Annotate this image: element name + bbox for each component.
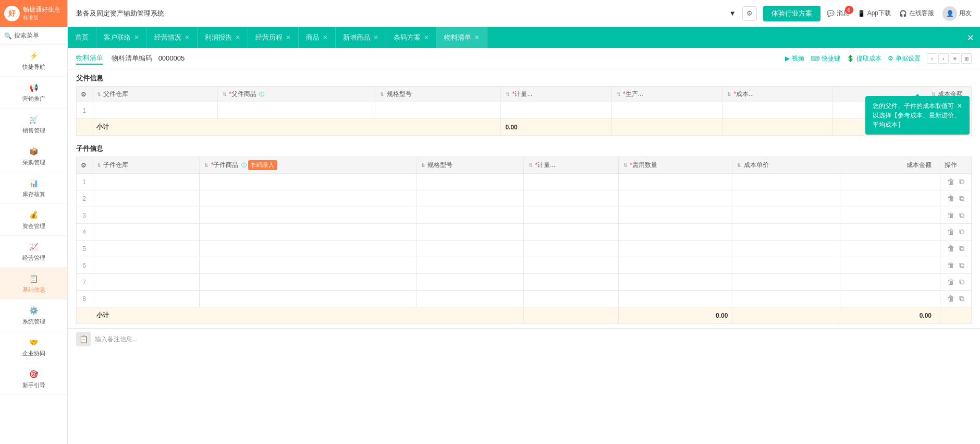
delete-icon[interactable]: 🗑 — [947, 227, 954, 236]
tab-goods-close[interactable]: ✕ — [323, 34, 328, 41]
child-cell-warehouse[interactable] — [92, 190, 200, 207]
sort-icon[interactable]: ⇅ — [204, 163, 209, 168]
note-icon[interactable]: 📋 — [76, 332, 91, 346]
parent-cell-goods[interactable] — [217, 102, 375, 119]
child-cell-warehouse[interactable] — [92, 241, 200, 257]
child-cell-needed[interactable] — [618, 174, 732, 190]
child-cell-goods[interactable] — [200, 257, 416, 274]
sort-icon[interactable]: ⇅ — [737, 163, 741, 168]
sidebar-item-guide[interactable]: 🎯 新手引导 — [0, 363, 67, 395]
nav-menu[interactable]: ≡ — [950, 53, 960, 64]
child-cell-warehouse[interactable] — [92, 274, 200, 291]
search-menu[interactable]: 🔍 搜索菜单 — [0, 27, 67, 45]
child-cell-unit-cost[interactable] — [732, 174, 840, 190]
child-cell-needed[interactable] — [618, 224, 732, 241]
copy-icon[interactable]: ⧉ — [959, 194, 964, 202]
sub-tab-bom-list[interactable]: 物料清单 — [76, 52, 103, 65]
child-cell-qty[interactable] — [523, 274, 618, 291]
online-service-button[interactable]: 🎧 在线客服 — [899, 9, 934, 18]
child-cell-spec[interactable] — [416, 174, 523, 190]
copy-icon[interactable]: ⧉ — [959, 278, 964, 286]
child-cell-unit-cost[interactable] — [732, 241, 840, 257]
nav-grid[interactable]: ⊞ — [961, 53, 972, 64]
message-button[interactable]: 💬 消息 6 — [827, 9, 849, 18]
child-cell-warehouse[interactable] — [92, 291, 200, 307]
child-cell-cost-amount[interactable] — [840, 174, 940, 190]
child-cell-goods[interactable] — [200, 241, 416, 257]
sort-icon[interactable]: ⇅ — [380, 92, 384, 97]
child-cell-warehouse[interactable] — [92, 224, 200, 241]
child-cell-spec[interactable] — [416, 291, 523, 307]
child-cell-goods[interactable] — [200, 207, 416, 224]
child-cell-cost-amount[interactable] — [840, 190, 940, 207]
action-settings[interactable]: ⚙ 单据设置 — [888, 54, 921, 63]
delete-icon[interactable]: 🗑 — [947, 244, 954, 253]
nav-next[interactable]: › — [938, 53, 949, 64]
child-cell-qty[interactable] — [523, 207, 618, 224]
scan-button[interactable]: 扫码录入 — [248, 160, 277, 170]
delete-icon[interactable]: 🗑 — [947, 261, 954, 269]
child-cell-spec[interactable] — [416, 274, 523, 291]
sidebar-item-purchase[interactable]: 📦 采购管理 — [0, 140, 67, 172]
parent-cell-qty[interactable] — [501, 102, 611, 119]
child-cell-spec[interactable] — [416, 207, 523, 224]
sidebar-item-inventory[interactable]: 📊 库存核算 — [0, 172, 67, 204]
tab-bar-close[interactable]: ✕ — [961, 33, 980, 43]
settings-gear[interactable]: ⚙ — [742, 6, 757, 21]
sidebar-item-marketing[interactable]: 📢 营销推广 — [0, 77, 67, 109]
delete-icon[interactable]: 🗑 — [947, 177, 954, 186]
system-selector[interactable]: ▼ — [729, 9, 736, 17]
sort-icon[interactable]: ⇅ — [529, 163, 533, 168]
child-cell-cost-amount[interactable] — [840, 224, 940, 241]
child-cell-cost-amount[interactable] — [840, 291, 940, 307]
tab-new-goods-close[interactable]: ✕ — [373, 34, 378, 41]
note-hint[interactable]: 输入备注信息... — [95, 335, 138, 344]
child-cell-unit-cost[interactable] — [732, 224, 840, 241]
child-cell-needed[interactable] — [618, 291, 732, 307]
tab-goods[interactable]: 商品 ✕ — [299, 27, 336, 48]
user-menu[interactable]: 👤 用友 — [942, 6, 972, 21]
child-cell-goods[interactable] — [200, 190, 416, 207]
tab-customer[interactable]: 客户联络 ✕ — [96, 27, 147, 48]
sort-icon[interactable]: ⇅ — [421, 163, 425, 168]
tab-bom[interactable]: 物料清单 ✕ — [437, 27, 487, 48]
copy-icon[interactable]: ⧉ — [959, 177, 964, 186]
child-cell-needed[interactable] — [618, 207, 732, 224]
child-cell-qty[interactable] — [523, 241, 618, 257]
tab-barcode-close[interactable]: ✕ — [424, 34, 429, 41]
sort-icon[interactable]: ⇅ — [223, 92, 227, 97]
sidebar-item-quick-nav[interactable]: ⚡ 快捷导航 — [0, 45, 67, 77]
tab-profit-close[interactable]: ✕ — [235, 34, 240, 41]
child-cell-cost-amount[interactable] — [840, 257, 940, 274]
info-icon[interactable]: ⓘ — [259, 91, 264, 97]
copy-icon[interactable]: ⧉ — [959, 261, 964, 269]
child-cell-warehouse[interactable] — [92, 207, 200, 224]
tab-operations-close[interactable]: ✕ — [185, 34, 190, 41]
copy-icon[interactable]: ⧉ — [959, 294, 964, 303]
parent-cell-production[interactable] — [611, 102, 722, 119]
info-icon[interactable]: ⓘ — [241, 162, 247, 168]
sort-icon[interactable]: ⇅ — [623, 163, 628, 168]
tab-operations[interactable]: 经营情况 ✕ — [147, 27, 198, 48]
parent-cell-cost[interactable] — [722, 102, 833, 119]
sort-icon[interactable]: ⇅ — [506, 92, 510, 97]
child-cell-unit-cost[interactable] — [732, 190, 840, 207]
copy-icon[interactable]: ⧉ — [959, 244, 964, 253]
child-cell-goods[interactable] — [200, 174, 416, 190]
child-cell-warehouse[interactable] — [92, 257, 200, 274]
child-cell-spec[interactable] — [416, 257, 523, 274]
child-cell-spec[interactable] — [416, 241, 523, 257]
child-cell-qty[interactable] — [523, 257, 618, 274]
tab-customer-close[interactable]: ✕ — [134, 34, 139, 41]
sidebar-item-basic-info[interactable]: 📋 基础信息 — [0, 268, 67, 299]
child-cell-qty[interactable] — [523, 224, 618, 241]
sidebar-item-cooperation[interactable]: 🤝 企业协同 — [0, 331, 67, 363]
child-cell-unit-cost[interactable] — [732, 207, 840, 224]
nav-prev[interactable]: ‹ — [927, 53, 937, 64]
child-cell-qty[interactable] — [523, 190, 618, 207]
child-cell-cost-amount[interactable] — [840, 241, 940, 257]
child-cell-cost-amount[interactable] — [840, 274, 940, 291]
child-cell-unit-cost[interactable] — [732, 257, 840, 274]
tab-home[interactable]: 首页 — [68, 27, 96, 48]
child-cell-spec[interactable] — [416, 190, 523, 207]
